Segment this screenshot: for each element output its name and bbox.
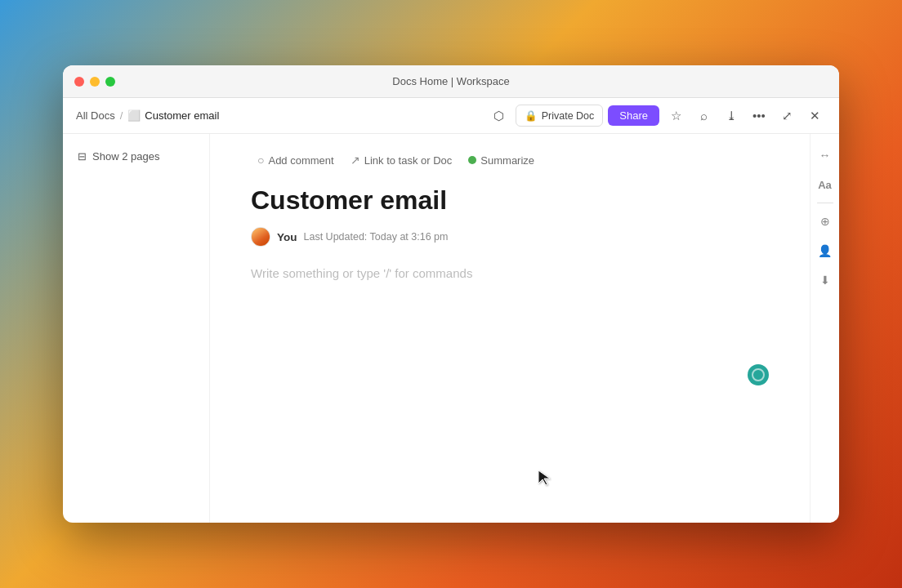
right-sidebar-icon-1[interactable]: ↔ — [814, 144, 837, 167]
share-link-icon: ⬡ — [493, 109, 504, 123]
comment-indicator-icon — [752, 368, 765, 381]
author-row: You Last Updated: Today at 3:16 pm — [251, 227, 769, 247]
left-sidebar: ⊟ Show 2 pages — [63, 134, 210, 523]
download-icon: ⬇ — [820, 274, 830, 287]
breadcrumb-doc-title[interactable]: Customer email — [145, 109, 219, 122]
author-avatar — [251, 227, 270, 247]
pages-icon: ⊟ — [78, 150, 87, 163]
star-button[interactable]: ☆ — [664, 105, 687, 127]
private-doc-button[interactable]: 🔒 Private Doc — [516, 105, 604, 127]
window-controls — [74, 77, 115, 87]
main-layout: ⊟ Show 2 pages ○ Add comment ↗ Link to t… — [63, 134, 839, 523]
share-link-icon-button[interactable]: ⬡ — [488, 105, 511, 127]
summarize-label: Summarize — [480, 154, 534, 167]
export-button[interactable]: ⤓ — [720, 105, 743, 127]
right-sidebar-divider — [817, 203, 833, 203]
doc-icon: ⬜ — [127, 109, 141, 122]
navbar: All Docs / ⬜ Customer email ⬡ 🔒 Private … — [63, 98, 839, 134]
collapse-icon: ⤢ — [782, 109, 793, 123]
add-comment-label: Add comment — [268, 154, 333, 167]
private-doc-label: Private Doc — [542, 110, 595, 122]
maximize-button[interactable] — [105, 77, 115, 87]
export-icon: ⤓ — [726, 109, 737, 123]
comment-indicator-button[interactable] — [748, 364, 769, 385]
doc-content-area[interactable]: ○ Add comment ↗ Link to task or Doc Summ… — [210, 134, 810, 523]
mouse-cursor — [537, 469, 553, 492]
person-icon: 👤 — [818, 244, 832, 257]
search-icon: ⌕ — [700, 109, 708, 122]
more-options-button[interactable]: ••• — [748, 105, 770, 127]
document-title[interactable]: Customer email — [251, 185, 769, 216]
doc-toolbar: ○ Add comment ↗ Link to task or Doc Summ… — [251, 150, 769, 170]
comment-icon: ○ — [257, 154, 264, 167]
window-title: Docs Home | Workspace — [392, 75, 509, 87]
star-icon: ☆ — [671, 109, 681, 123]
doc-editor-placeholder[interactable]: Write something or type '/' for commands — [251, 266, 769, 280]
show-pages-label: Show 2 pages — [92, 150, 159, 163]
search-button[interactable]: ⌕ — [692, 105, 715, 127]
font-size-icon: Aa — [818, 179, 832, 191]
breadcrumb-current-doc: ⬜ Customer email — [127, 109, 219, 122]
expand-icon: ↔ — [819, 149, 831, 162]
close-doc-button[interactable]: ✕ — [803, 105, 826, 127]
link-to-task-button[interactable]: ↗ Link to task or Doc — [344, 150, 459, 170]
app-window: Docs Home | Workspace All Docs / ⬜ Custo… — [63, 65, 839, 523]
right-sidebar-person-icon[interactable]: 👤 — [814, 239, 837, 262]
breadcrumb: All Docs / ⬜ Customer email — [76, 109, 488, 122]
breadcrumb-all-docs[interactable]: All Docs — [76, 109, 115, 122]
link-icon: ↗ — [351, 154, 360, 167]
summarize-dot-icon — [468, 156, 476, 164]
right-sidebar: ↔ Aa ⊕ 👤 ⬇ — [810, 134, 839, 523]
author-name: You — [277, 231, 297, 243]
right-sidebar-zoom-icon[interactable]: ⊕ — [814, 210, 837, 233]
collapse-button[interactable]: ⤢ — [775, 105, 798, 127]
last-updated-text: Last Updated: Today at 3:16 pm — [304, 231, 449, 243]
lock-icon: 🔒 — [525, 109, 538, 122]
breadcrumb-separator: / — [120, 109, 123, 122]
zoom-icon: ⊕ — [820, 215, 830, 228]
ellipsis-icon: ••• — [752, 109, 766, 122]
close-button[interactable] — [74, 77, 84, 87]
add-comment-button[interactable]: ○ Add comment — [251, 150, 341, 170]
titlebar: Docs Home | Workspace — [63, 65, 839, 98]
navbar-right: ⬡ 🔒 Private Doc Share ☆ ⌕ ⤓ ••• ⤢ — [488, 105, 826, 127]
avatar-image — [252, 228, 270, 246]
show-pages-button[interactable]: ⊟ Show 2 pages — [73, 147, 199, 166]
right-sidebar-font-icon[interactable]: Aa — [814, 173, 837, 196]
link-to-task-label: Link to task or Doc — [364, 154, 453, 167]
share-button[interactable]: Share — [608, 105, 659, 126]
right-sidebar-download-icon[interactable]: ⬇ — [814, 269, 837, 292]
summarize-button[interactable]: Summarize — [462, 151, 541, 170]
close-icon: ✕ — [810, 109, 820, 123]
minimize-button[interactable] — [90, 77, 100, 87]
